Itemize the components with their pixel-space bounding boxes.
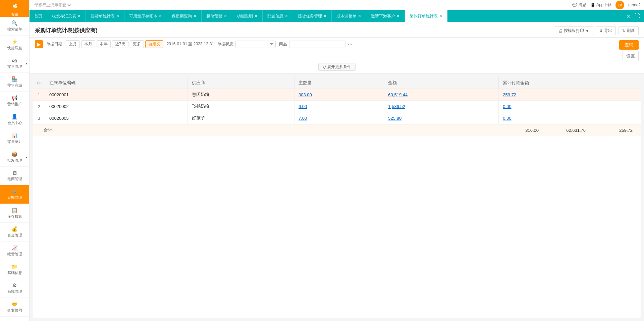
tab-close-11[interactable]: ✕ <box>439 14 442 18</box>
tab-item-7[interactable]: 配置信息✕ <box>263 10 293 22</box>
tab-item-8[interactable]: 拣货任务管理✕ <box>293 10 332 22</box>
sidebar-item-4[interactable]: 📢营销推广 <box>0 92 29 110</box>
breadcrumb-select[interactable]: 母婴行业演示账套 <box>33 2 72 8</box>
tab-close-5[interactable]: ✕ <box>224 14 227 18</box>
sidebar-item-15[interactable]: 🤝企业协同 <box>0 298 29 317</box>
expand-filter-btn[interactable]: ⋁ 展开更多条件 <box>318 63 356 71</box>
table-row: 2 00020002 飞鹤奶粉 6.00 1,586.52 0.00 <box>33 101 641 112</box>
tab-label-2: 要货单统计表 <box>91 13 115 19</box>
tab-label-4: 保质期查询 <box>172 13 192 19</box>
nav-icon-1: ⚡ <box>11 39 18 45</box>
user-avatar[interactable]: Ea <box>615 1 624 9</box>
row-amount-2[interactable]: 525.80 <box>384 112 499 124</box>
tab-close-7[interactable]: ✕ <box>285 14 288 18</box>
tab-close-6[interactable]: ✕ <box>254 14 258 18</box>
sidebar-item-13[interactable]: 📁基础信息 <box>0 260 29 279</box>
logo-text: 标题 <box>11 12 18 17</box>
row-qty-1[interactable]: 6.00 <box>294 101 384 112</box>
tabbar-expand-btn[interactable]: ⛶ <box>633 13 641 19</box>
row-qty-0[interactable]: 303.00 <box>294 89 384 101</box>
filter-right: 查询 设置 <box>619 40 639 61</box>
more-date-btn[interactable]: 更多 <box>130 40 144 48</box>
message-icon: 💬 <box>572 3 577 7</box>
tab-item-10[interactable]: 邀请下游客户✕ <box>366 10 405 22</box>
sidebar-item-2[interactable]: 🛍零售管理▲ <box>0 54 29 73</box>
nav-icon-14: ⚙ <box>12 282 17 288</box>
row-amount-1[interactable]: 1,586.52 <box>384 101 499 112</box>
goods-input[interactable] <box>289 41 345 48</box>
download-btn[interactable]: 📱 App下载 <box>590 2 611 8</box>
nav-icon-10: 📋 <box>11 207 18 213</box>
refresh-button[interactable]: ↻ 刷新 <box>619 26 639 35</box>
sidebar-item-14[interactable]: ⚙系统管理 <box>0 279 29 298</box>
prev-month-btn[interactable]: 上月 <box>66 40 80 48</box>
row-paid-1[interactable]: 0.00 <box>499 101 641 112</box>
sidebar-item-9[interactable]: 🛒采购管理 <box>0 185 29 204</box>
filter-date-btns: 上月 本月 本年 近7天 更多 自定义 <box>66 40 163 48</box>
tab-item-0[interactable]: 首页 <box>30 10 47 22</box>
tab-item-11[interactable]: 采购订单统计表✕ <box>405 10 447 22</box>
goods-more-btn[interactable]: ··· <box>347 41 353 47</box>
custom-date-btn[interactable]: 自定义 <box>145 40 163 48</box>
tab-close-10[interactable]: ✕ <box>396 14 400 18</box>
row-paid-2[interactable]: 0.00 <box>499 112 641 124</box>
nav-label-13: 基础信息 <box>7 270 22 275</box>
date-sep: 至 <box>188 42 193 46</box>
tab-close-8[interactable]: ✕ <box>323 14 327 18</box>
nav-label-5: 会员中心 <box>7 120 22 125</box>
row-amount-0[interactable]: 60,519.44 <box>384 89 499 101</box>
filter-status-group: 单据状态 <box>217 41 276 48</box>
nav-icon-2: 🛍 <box>12 58 17 63</box>
tab-item-1[interactable]: 收发存汇总表✕ <box>47 10 86 22</box>
settings-icon[interactable]: ⚙ <box>37 81 41 86</box>
print-button[interactable]: 🖨 按模板打印 ▼ <box>555 26 593 35</box>
sidebar-item-8[interactable]: 🖥电商管理 <box>0 167 29 185</box>
nav-label-11: 资金管理 <box>7 233 22 238</box>
sidebar-item-3[interactable]: 🏪零售商城 <box>0 73 29 92</box>
row-qty-2[interactable]: 7.00 <box>294 112 384 124</box>
status-select[interactable] <box>235 41 276 48</box>
row-supplier-2: 好孩子 <box>188 112 294 124</box>
download-label: App下载 <box>596 2 611 8</box>
tab-close-3[interactable]: ✕ <box>159 14 162 18</box>
tab-item-6[interactable]: 功能说明✕ <box>232 10 263 22</box>
sidebar-item-5[interactable]: 👤会员中心 <box>0 110 29 129</box>
tabbar-close-btn[interactable]: ✕ <box>625 13 632 19</box>
tab-close-9[interactable]: ✕ <box>358 14 361 18</box>
nav-icon-3: 🏪 <box>11 76 18 82</box>
message-btn[interactable]: 💬 消息 <box>572 2 586 8</box>
tab-close-2[interactable]: ✕ <box>116 14 119 18</box>
sidebar-item-1[interactable]: ⚡快捷导航 <box>0 36 29 54</box>
this-year-btn[interactable]: 本年 <box>97 40 111 48</box>
tab-item-3[interactable]: 可用量库存账本✕ <box>124 10 167 22</box>
tab-item-4[interactable]: 保质期查询✕ <box>167 10 202 22</box>
sidebar-item-10[interactable]: 📋库存核算 <box>0 204 29 223</box>
table-head: ⚙往来单位编码供应商主数量金额累计付款金额 <box>33 77 641 89</box>
sidebar-item-12[interactable]: 📈经营管理 <box>0 242 29 260</box>
settings-button[interactable]: 设置 <box>623 51 639 61</box>
tab-item-2[interactable]: 要货单统计表✕ <box>86 10 124 22</box>
tab-item-5[interactable]: 超储预警✕ <box>202 10 232 22</box>
sidebar-item-11[interactable]: 💰资金管理 <box>0 223 29 242</box>
nav-label-4: 营销推广 <box>7 102 22 107</box>
tab-close-4[interactable]: ✕ <box>193 14 197 18</box>
nav-label-6: 零售统计 <box>7 139 22 144</box>
sidebar-item-0[interactable]: 🔍搜索菜单 <box>0 17 29 36</box>
query-button[interactable]: 查询 <box>619 40 639 50</box>
this-month-btn[interactable]: 本月 <box>81 40 95 48</box>
tab-close-1[interactable]: ✕ <box>77 14 81 18</box>
7days-btn[interactable]: 近7天 <box>112 40 128 48</box>
nav-label-8: 电商管理 <box>7 176 22 181</box>
row-paid-0[interactable]: 259.72 <box>499 89 641 101</box>
sidebar-item-6[interactable]: 📊零售统计 <box>0 129 29 148</box>
nav-label-10: 库存核算 <box>7 214 22 219</box>
filter-toggle-btn[interactable]: ▶ <box>35 40 43 48</box>
export-button[interactable]: ⬇ 导出 <box>596 26 616 35</box>
sidebar-item-16[interactable]: 🎓新手引导 <box>0 317 29 321</box>
tab-item-9[interactable]: 成本调整单✕ <box>332 10 366 22</box>
tab-label-3: 可用量库存账本 <box>129 13 157 19</box>
date-to: 2023-12-31 <box>194 42 214 46</box>
sidebar-item-7[interactable]: 📦批发管理▲ <box>0 148 29 167</box>
nav-icon-11: 💰 <box>11 226 18 232</box>
user-name: demo2 <box>628 3 641 7</box>
